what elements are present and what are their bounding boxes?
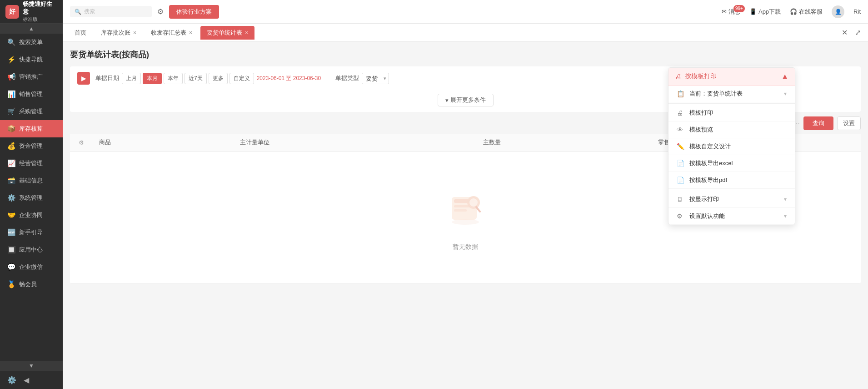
export-excel-icon: 📄 <box>677 160 685 167</box>
export-pdf-item[interactable]: 📄 按模板导出pdf <box>668 172 795 189</box>
sidebar-item-system[interactable]: ⚙️ 系统管理 <box>0 189 63 207</box>
maximize-btn[interactable]: ⤢ <box>853 27 863 38</box>
sidebar-scroll-down[interactable]: ▼ <box>0 361 63 371</box>
sidebar-item-quick-nav[interactable]: ⚡ 快捷导航 <box>0 51 63 68</box>
table-settings-icon[interactable]: ⚙ <box>79 139 84 146</box>
sidebar-item-label: 基础信息 <box>19 177 43 185</box>
guide-icon: 🆕 <box>7 228 15 237</box>
sidebar-item-collab[interactable]: 🤝 企业协同 <box>0 207 63 224</box>
type-select-wrap: 要货 <box>362 73 389 84</box>
print-dropdown: 🖨 按模板打印 ▲ 📋 当前：要货单统计表 ▾ 🖨 模板打印 👁 模板预览 ✏️… <box>668 67 795 225</box>
display-print-item[interactable]: 🖥 按显示打印 ▾ <box>668 191 795 208</box>
tab-home-label: 首页 <box>75 29 86 37</box>
svg-point-6 <box>469 198 478 207</box>
tab-close-order-stats[interactable]: × <box>245 30 248 36</box>
type-filter-group: 单据类型 要货 <box>335 73 397 84</box>
sidebar-item-label: 采购管理 <box>19 107 43 116</box>
template-custom-icon: ✏️ <box>677 143 685 150</box>
query-btn[interactable]: 查询 <box>803 116 833 130</box>
export-excel-item[interactable]: 📄 按模板导出excel <box>668 155 795 172</box>
page-title: 要货单统计表(按商品) <box>70 49 861 60</box>
sidebar-item-finance[interactable]: 💰 资金管理 <box>0 137 63 155</box>
current-template-item[interactable]: 📋 当前：要货单统计表 ▾ <box>668 86 795 102</box>
sidebar-item-label: 库存核算 <box>19 125 43 133</box>
date-btn-this-year[interactable]: 本年 <box>164 73 183 84</box>
search-box[interactable]: 🔍 搜索 <box>70 6 152 17</box>
tab-home[interactable]: 首页 <box>68 26 93 40</box>
setting-btn[interactable]: 设置 <box>837 116 861 130</box>
app-center-icon: 🔲 <box>7 246 15 254</box>
template-custom-item[interactable]: ✏️ 模板自定义设计 <box>668 138 795 155</box>
settings-footer-icon[interactable]: ⚙️ <box>7 376 16 384</box>
online-service-btn[interactable]: 🎧 在线客服 <box>790 8 823 16</box>
set-default-item[interactable]: ⚙ 设置默认功能 ▾ <box>668 208 795 225</box>
tab-order-stats[interactable]: 要货单统计表 × <box>200 26 254 40</box>
date-btn-this-month[interactable]: 本月 <box>143 73 162 84</box>
message-icon: ✉ <box>722 8 727 15</box>
empty-icon <box>443 183 488 237</box>
table-col-qty: 主数量 <box>477 134 652 152</box>
template-custom-label: 模板自定义设计 <box>689 142 731 151</box>
sidebar-item-guide[interactable]: 🆕 新手引导 <box>0 224 63 241</box>
username[interactable]: Rit <box>853 8 861 15</box>
sidebar-item-basic[interactable]: 🗃️ 基础信息 <box>0 172 63 189</box>
tab-close-inventory-batch[interactable]: × <box>133 30 136 36</box>
gear-icon[interactable]: ⚙ <box>157 7 164 16</box>
sidebar-item-label: 新手引导 <box>19 228 43 237</box>
tab-receipt-summary[interactable]: 收发存汇总表 × <box>145 26 199 40</box>
online-service-label: 在线客服 <box>799 8 823 16</box>
sidebar-footer: ⚙️ ◀ <box>0 371 63 389</box>
template-print-item[interactable]: 🖨 模板打印 <box>668 105 795 121</box>
sidebar-item-operations[interactable]: 📈 经营管理 <box>0 155 63 172</box>
sidebar-item-inventory[interactable]: 📦 库存核算 <box>0 120 63 137</box>
sidebar-item-app-center[interactable]: 🔲 应用中心 <box>0 241 63 258</box>
trial-btn[interactable]: 体验行业方案 <box>169 5 219 19</box>
sidebar-scroll-up[interactable]: ▲ <box>0 24 63 34</box>
sidebar-item-marketing[interactable]: 📢 营销推广 <box>0 68 63 86</box>
sidebar-item-vip[interactable]: 🏅 畅会员 <box>0 276 63 293</box>
app-download-btn[interactable]: 📱 App下载 <box>749 8 781 16</box>
basic-icon: 🗃️ <box>7 177 15 185</box>
sidebar-item-enterprise-wechat[interactable]: 💬 企业微信 <box>0 258 63 276</box>
sidebar-item-label: 应用中心 <box>19 246 43 254</box>
collapse-sidebar-icon[interactable]: ◀ <box>24 376 29 384</box>
date-btn-7days[interactable]: 近7天 <box>185 73 207 84</box>
type-label: 单据类型 <box>335 74 359 82</box>
template-preview-item[interactable]: 👁 模板预览 <box>668 121 795 138</box>
purchase-icon: 🛒 <box>7 107 15 116</box>
filter-toggle-btn[interactable]: ▶ <box>77 72 90 85</box>
inventory-icon: 📦 <box>7 125 15 133</box>
close-tab-btn[interactable]: ✕ <box>840 27 849 38</box>
template-print-icon: 🖨 <box>677 109 685 116</box>
sidebar-item-purchase[interactable]: 🛒 采购管理 <box>0 103 63 120</box>
current-template-label: 当前：要货单统计表 <box>689 90 743 98</box>
message-btn[interactable]: ✉ 消息 99+ <box>722 8 740 16</box>
sidebar-item-sales[interactable]: 📊 销售管理 <box>0 86 63 103</box>
sidebar-item-label: 搜索菜单 <box>19 38 43 46</box>
type-select[interactable]: 要货 <box>362 73 389 84</box>
template-preview-icon: 👁 <box>677 126 685 133</box>
date-btn-more[interactable]: 更多 <box>209 73 228 84</box>
sidebar-item-label: 营销推广 <box>19 73 43 81</box>
filter-expand-btn[interactable]: ▾ 展开更多条件 <box>438 94 494 106</box>
dropdown-divider-1 <box>668 103 795 104</box>
tab-close-receipt-summary[interactable]: × <box>189 30 192 36</box>
tab-inventory-batch-label: 库存批次账 <box>101 29 130 37</box>
search-icon: 🔍 <box>75 9 81 15</box>
date-label: 单据日期 <box>95 74 119 82</box>
finance-icon: 💰 <box>7 142 15 150</box>
sidebar-item-label: 企业微信 <box>19 263 43 271</box>
print-dropdown-collapse-icon[interactable]: ▲ <box>781 72 788 81</box>
sidebar-item-label: 销售管理 <box>19 90 43 98</box>
tabbar-right: ✕ ⤢ <box>840 27 863 38</box>
search-placeholder: 搜索 <box>84 8 95 15</box>
date-btn-prev-month[interactable]: 上月 <box>122 73 141 84</box>
tab-receipt-summary-label: 收发存汇总表 <box>151 29 186 37</box>
wechat-icon: 💬 <box>7 263 15 271</box>
export-excel-label: 按模板导出excel <box>689 159 733 167</box>
table-col-settings[interactable]: ⚙ <box>70 134 93 152</box>
date-filter-group: 单据日期 上月 本月 本年 近7天 更多 自定义 2023-06-01 至 20… <box>95 73 321 84</box>
sidebar-item-search[interactable]: 🔍 搜索菜单 <box>0 34 63 51</box>
date-btn-custom[interactable]: 自定义 <box>229 73 254 84</box>
tab-inventory-batch[interactable]: 库存批次账 × <box>95 26 143 40</box>
